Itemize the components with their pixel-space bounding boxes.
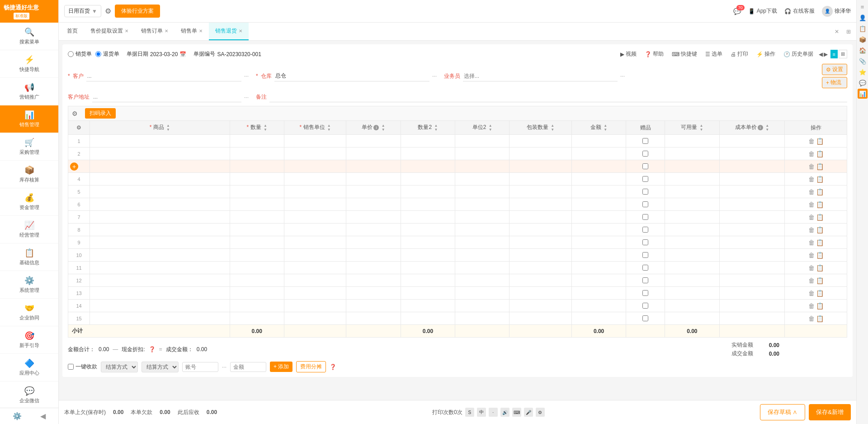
qty-cell[interactable] bbox=[230, 300, 284, 312]
salesperson-more-icon[interactable]: ··· bbox=[620, 73, 625, 79]
available-cell[interactable] bbox=[665, 236, 719, 249]
qty-cell[interactable] bbox=[230, 249, 284, 262]
unit2-cell[interactable] bbox=[455, 148, 509, 160]
product-cell[interactable] bbox=[90, 148, 230, 160]
sougou-icon[interactable]: S bbox=[465, 408, 474, 417]
gift-checkbox[interactable] bbox=[642, 277, 648, 283]
right-icon-8[interactable]: 💬 bbox=[858, 78, 868, 88]
copy-row-icon[interactable]: 📋 bbox=[816, 226, 824, 233]
qty-cell[interactable] bbox=[230, 148, 284, 160]
industry-select[interactable]: 日用百货 ▼ bbox=[64, 5, 101, 17]
calendar-icon[interactable]: 📅 bbox=[179, 51, 186, 57]
pkg-qty-cell[interactable] bbox=[509, 160, 572, 173]
pkg-qty-cell[interactable] bbox=[509, 198, 572, 211]
unit2-cell[interactable] bbox=[455, 262, 509, 274]
trial-button[interactable]: 体验行业方案 bbox=[115, 5, 160, 18]
list-view-button[interactable]: ≡ bbox=[830, 50, 838, 58]
price-cell[interactable] bbox=[346, 173, 401, 186]
amount-cell[interactable] bbox=[571, 224, 626, 236]
delete-row-icon[interactable]: 🗑 bbox=[808, 226, 815, 233]
qty2-cell[interactable] bbox=[401, 300, 455, 312]
sidebar-item-system[interactable]: ⚙️ 系统管理 bbox=[0, 271, 58, 299]
gift-checkbox[interactable] bbox=[642, 265, 648, 271]
settings-footer-icon[interactable]: ⚙️ bbox=[13, 412, 22, 420]
delete-row-icon[interactable]: 🗑 bbox=[808, 138, 815, 145]
available-cell[interactable] bbox=[665, 160, 719, 173]
online-service-button[interactable]: 🎧 在线客服 bbox=[784, 7, 815, 15]
radio-return[interactable] bbox=[95, 51, 101, 57]
copy-row-icon[interactable]: 📋 bbox=[816, 252, 824, 259]
qty2-cell[interactable] bbox=[401, 211, 455, 224]
cost-unit-cell[interactable] bbox=[719, 274, 785, 287]
gift-cell[interactable] bbox=[626, 274, 665, 287]
unit2-cell[interactable] bbox=[455, 300, 509, 312]
gift-cell[interactable] bbox=[626, 312, 665, 325]
history-button[interactable]: 🕐 历史单据 bbox=[781, 49, 816, 59]
unit2-cell[interactable] bbox=[455, 312, 509, 325]
cost-unit-cell[interactable] bbox=[719, 224, 785, 236]
product-cell[interactable] bbox=[90, 274, 230, 287]
gift-cell[interactable] bbox=[626, 148, 665, 160]
qty2-cell[interactable] bbox=[401, 160, 455, 173]
salesperson-input[interactable] bbox=[463, 71, 618, 81]
account-input[interactable] bbox=[182, 362, 218, 372]
unit-cell[interactable] bbox=[284, 236, 346, 249]
address-input[interactable] bbox=[92, 92, 241, 102]
cost-unit-cell[interactable] bbox=[719, 249, 785, 262]
copy-row-icon[interactable]: 📋 bbox=[816, 277, 824, 284]
pkg-qty-cell[interactable] bbox=[509, 287, 572, 300]
gift-cell[interactable] bbox=[626, 224, 665, 236]
unit-cell[interactable] bbox=[284, 249, 346, 262]
customer-input[interactable] bbox=[86, 71, 241, 81]
tab-price-setting[interactable]: 售价提取设置 ✕ bbox=[84, 23, 135, 40]
product-cell[interactable] bbox=[90, 198, 230, 211]
sidebar-item-weixin[interactable]: 💬 企业微信 bbox=[0, 381, 58, 408]
qty-cell[interactable] bbox=[230, 186, 284, 198]
customer-more-icon[interactable]: ··· bbox=[244, 73, 249, 79]
delete-row-icon[interactable]: 🗑 bbox=[808, 214, 815, 221]
sidebar-item-basics[interactable]: 📋 基础信息 bbox=[0, 243, 58, 271]
fenyong-button[interactable]: 费用分摊 bbox=[296, 361, 326, 372]
qty2-cell[interactable] bbox=[401, 224, 455, 236]
price-cell[interactable] bbox=[346, 300, 401, 312]
qty2-cell[interactable] bbox=[401, 274, 455, 287]
gift-checkbox[interactable] bbox=[642, 176, 648, 182]
warehouse-input[interactable] bbox=[274, 71, 429, 81]
qty-cell[interactable] bbox=[230, 135, 284, 148]
cost-unit-cell[interactable] bbox=[719, 148, 785, 160]
available-cell[interactable] bbox=[665, 262, 719, 274]
qty-cell[interactable] bbox=[230, 262, 284, 274]
pkg-qty-cell[interactable] bbox=[509, 300, 572, 312]
gift-checkbox[interactable] bbox=[642, 290, 648, 296]
operate-button[interactable]: ⚡ 操作 bbox=[754, 49, 778, 59]
available-cell[interactable] bbox=[665, 211, 719, 224]
product-cell[interactable] bbox=[90, 300, 230, 312]
unit2-cell[interactable] bbox=[455, 173, 509, 186]
unit2-cell[interactable] bbox=[455, 236, 509, 249]
payment-checkbox[interactable] bbox=[68, 364, 74, 370]
grid-view-button[interactable]: ⊞ bbox=[839, 50, 847, 58]
product-cell[interactable] bbox=[90, 173, 230, 186]
price-cell[interactable] bbox=[346, 198, 401, 211]
sidebar-item-marketing[interactable]: 📢 营销推广 bbox=[0, 78, 58, 105]
copy-row-icon[interactable]: 📋 bbox=[816, 176, 824, 183]
product-cell[interactable] bbox=[90, 135, 230, 148]
product-cell[interactable] bbox=[90, 236, 230, 249]
product-cell[interactable] bbox=[90, 262, 230, 274]
amount-cell[interactable] bbox=[571, 312, 626, 325]
available-cell[interactable] bbox=[665, 300, 719, 312]
pkg-qty-cell[interactable] bbox=[509, 186, 572, 198]
gift-cell[interactable] bbox=[626, 160, 665, 173]
gift-checkbox[interactable] bbox=[642, 303, 648, 309]
cost-unit-cell[interactable] bbox=[719, 186, 785, 198]
price-cell[interactable] bbox=[346, 148, 401, 160]
unit-cell[interactable] bbox=[284, 148, 346, 160]
unit2-cell[interactable] bbox=[455, 249, 509, 262]
unit2-cell[interactable] bbox=[455, 135, 509, 148]
copy-row-icon[interactable]: 📋 bbox=[816, 138, 824, 145]
gift-checkbox[interactable] bbox=[642, 151, 648, 157]
qty2-cell[interactable] bbox=[401, 148, 455, 160]
amount-cell[interactable] bbox=[571, 211, 626, 224]
radio-return-label[interactable]: 退货单 bbox=[95, 50, 119, 58]
unit-cell[interactable] bbox=[284, 211, 346, 224]
